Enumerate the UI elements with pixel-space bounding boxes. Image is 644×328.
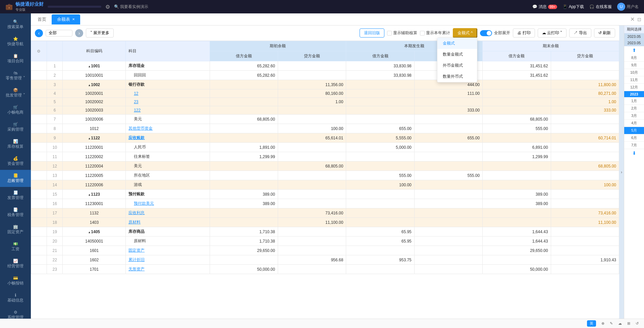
row-name-cell[interactable]: 其他货币资金	[126, 124, 210, 133]
period-month-6[interactable]: 6月	[624, 134, 644, 142]
sidebar-item-project[interactable]: 📋 项目合同	[0, 50, 31, 67]
row-name-cell[interactable]: 122	[126, 106, 210, 115]
row-closing_debit-cell	[483, 106, 551, 115]
show-auxiliary-checkbox[interactable]: 显示辅助核算	[387, 30, 417, 36]
period-nav-up[interactable]: ⬆	[624, 46, 644, 54]
period-month-4[interactable]: 4月	[624, 120, 644, 127]
sidebar-item-system[interactable]: ⚙ 系统管理	[0, 307, 31, 319]
settings-icon[interactable]: ⚙	[105, 4, 110, 10]
sidebar-item-ecommerce[interactable]: 🛒 小畅电商	[0, 102, 31, 119]
tab-close-icon[interactable]: ✕	[72, 17, 75, 21]
sidebar-item-invoice[interactable]: 🧾 发票管理	[0, 187, 31, 204]
amount-mode-btn[interactable]: 金额式 ^	[453, 28, 477, 38]
row-name-cell[interactable]: 原材料	[126, 218, 210, 227]
sidebar-item-salary[interactable]: 💵 工资	[0, 238, 31, 255]
show-ytd-checkbox[interactable]: 显示本年累计	[420, 30, 450, 36]
row-opening_debit-cell	[210, 180, 278, 190]
period-month-7[interactable]: 7月	[624, 142, 644, 149]
period-month-2[interactable]: 2月	[624, 105, 644, 112]
row-name-cell[interactable]: 应收利息	[126, 208, 210, 218]
sidebar-item-wholesale[interactable]: 📦 批发管理 ˅	[0, 84, 31, 102]
sidebar-item-ops[interactable]: 📈 经营管理	[0, 255, 31, 272]
period-nav-down[interactable]: ⬇	[624, 149, 644, 157]
table-settings-icon[interactable]: ⚙	[37, 49, 41, 54]
tab-home[interactable]: 首页	[34, 14, 50, 24]
sidebar-item-capital[interactable]: 💰 资金管理	[0, 153, 31, 170]
expand-toggle-switch[interactable]	[480, 30, 492, 36]
period-month-9[interactable]: 9月	[624, 62, 644, 69]
row-name-cell[interactable]: 固定资产	[126, 246, 210, 255]
row-code-cell: 11220005	[63, 171, 126, 180]
sidebar-item-ledger[interactable]: 📒 总账管理	[0, 170, 31, 187]
top-bar-right: 💬 消息 99+ 📱 App下载 🎧 在线客服 U 用户名	[532, 3, 639, 11]
app-download[interactable]: 📱 App下载	[562, 4, 584, 10]
dropdown-item-qty-amount[interactable]: 数量金额式	[437, 49, 477, 60]
export-btn[interactable]: ↗ 导出	[569, 28, 591, 38]
purchase-icon: 🛒	[1, 122, 30, 127]
bottom-cloud[interactable]: ☁	[618, 321, 622, 326]
refresh-btn[interactable]: ↺ 刷新	[594, 28, 615, 38]
row-num-cell: 14	[47, 180, 63, 190]
app-container: 💼 畅捷通好业财 专业版 ⚙ 🔍 我要看实例演示 💬 消息 99+ 📱 App下…	[0, 0, 644, 328]
period-month-1[interactable]: 1月	[624, 97, 644, 105]
row-current_debit-cell: 555.00	[346, 171, 414, 180]
period-month-3[interactable]: 3月	[624, 112, 644, 120]
period-year-2023[interactable]: 2023	[624, 91, 644, 97]
notification-area[interactable]: 💬 消息 99+	[532, 4, 557, 10]
return-old-btn[interactable]: 退回旧版	[360, 28, 384, 38]
bottom-add[interactable]: ⊕	[601, 321, 604, 326]
sidebar-item-purchase[interactable]: 🛒 采购管理	[0, 119, 31, 136]
row-num-cell: 2	[47, 71, 63, 80]
row-name-cell[interactable]: 预付款美元	[126, 199, 210, 208]
sidebar-item-tax[interactable]: 📑 税务管理	[0, 204, 31, 221]
tab-maximize[interactable]: ⊡	[637, 17, 641, 22]
period-month-5[interactable]: 5月	[624, 127, 644, 134]
period-month-11[interactable]: 11月	[624, 76, 644, 84]
online-service[interactable]: 🎧 在线客服	[589, 4, 612, 10]
sidebar-item-retail[interactable]: 🛍 零售管理 ˅	[0, 67, 31, 84]
expand-more-btn[interactable]: ˅ 展开更多	[86, 28, 114, 38]
amount-mode-dropdown[interactable]: 金额式 ^ 金额式 数量金额式 外币金额式 数量外币式	[453, 28, 477, 38]
sidebar-item-quick[interactable]: ⭐ 快捷导航	[0, 33, 31, 50]
tab-yue[interactable]: 余额表 ✕	[52, 14, 80, 24]
sidebar-item-inventory[interactable]: 📊 库存核算	[0, 136, 31, 153]
nav-forward-btn[interactable]: ›	[75, 29, 83, 37]
period-month-12[interactable]: 12月	[624, 84, 644, 91]
row-name-cell[interactable]: 23	[126, 98, 210, 106]
period-month-10[interactable]: 10月	[624, 69, 644, 76]
table-row: 1211220004美元68,805.0068,805.00	[31, 161, 619, 171]
cloud-print-btn[interactable]: ☁ 云打印 ˅	[538, 28, 567, 38]
breadcrumb-input[interactable]	[46, 30, 72, 37]
sidebar-item-report[interactable]: 💳 小畅报销	[0, 272, 31, 289]
dropdown-item-amount[interactable]: 金额式	[437, 38, 477, 49]
row-name-cell[interactable]: 12	[126, 89, 210, 98]
sidebar-item-fixed[interactable]: 🏢 固定资产	[0, 221, 31, 238]
main-layout: 🔍 搜索菜单 ⭐ 快捷导航 📋 项目合同 🛍 零售管理 ˅ 📦 批发管理 ˅ 🛒	[0, 13, 644, 319]
dropdown-item-qty-foreign[interactable]: 数量外币式	[437, 71, 477, 82]
bottom-edit[interactable]: ✎	[610, 321, 613, 326]
expand-all-toggle[interactable]: 全部展开	[480, 30, 510, 36]
row-closing_debit-cell: 389.00	[483, 199, 551, 208]
user-area[interactable]: U 用户名	[617, 3, 639, 11]
row-name-cell[interactable]: 无形资产	[126, 265, 210, 274]
bottom-grid[interactable]: ⊞	[627, 321, 630, 326]
sidebar-item-basic[interactable]: ℹ 基础信息	[0, 289, 31, 307]
bottom-refresh[interactable]: ↺	[636, 321, 639, 326]
bottom-lang[interactable]: 英	[587, 320, 596, 327]
row-settings-cell	[31, 199, 47, 208]
row-code-cell: 1012	[63, 124, 126, 133]
period-month-8[interactable]: 8月	[624, 54, 644, 62]
nav-back-btn[interactable]: ‹	[35, 29, 43, 37]
th-closing: 期末余额	[483, 41, 619, 51]
tab-close-all[interactable]: ✕	[630, 16, 635, 22]
toggle-knob	[487, 31, 491, 36]
print-btn[interactable]: 🖨 打印	[513, 28, 535, 38]
demo-link[interactable]: 🔍 我要看实例演示	[114, 4, 148, 10]
sidebar-item-search[interactable]: 🔍 搜索菜单	[0, 16, 31, 33]
notification-badge: 99+	[548, 5, 557, 9]
row-name-cell[interactable]: 累计折旧	[126, 255, 210, 265]
collapse-panel-btn[interactable]: ›	[619, 25, 624, 319]
dropdown-item-foreign-amount[interactable]: 外币金额式	[437, 60, 477, 71]
row-name-cell[interactable]: 应收账款	[126, 133, 210, 143]
auxiliary-checkbox-box	[387, 31, 392, 36]
